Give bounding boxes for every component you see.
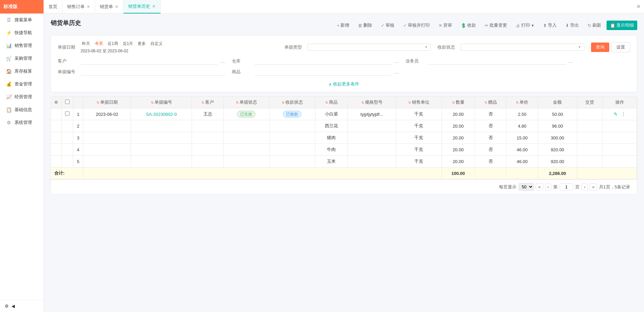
doc-type-select[interactable]: ▼ [307, 44, 431, 51]
col-trade: 交货 [577, 97, 603, 108]
date-yesterday[interactable]: 昨天 [81, 40, 91, 47]
sidebar-item-sales[interactable]: 📊 销售管理 [0, 39, 44, 52]
tab-sales-order-close[interactable]: ✕ [87, 4, 90, 9]
cell-action-1: ✎ ⋮ [603, 108, 637, 120]
date-range: 2023-06-02 至 2023-06-02 [81, 48, 164, 54]
sidebar-settings-btn[interactable]: ⚙ ◀ [0, 300, 44, 312]
cell-product-3: 猪肉 [315, 132, 348, 144]
col-paystatus[interactable]: ⇅收款状态 [269, 97, 315, 108]
query-button[interactable]: 查询 [591, 43, 609, 52]
cell-spec-5 [348, 156, 396, 167]
sidebar-item-quick-nav[interactable]: ⚡ 快捷导航 [0, 26, 44, 39]
tab-sales-history[interactable]: 销货单历史 ✕ [123, 0, 161, 14]
warehouse-dots[interactable]: ... [394, 58, 399, 64]
filter-collapse[interactable]: ∧ 收起更多条件 [58, 79, 630, 87]
col-check[interactable] [62, 97, 73, 108]
product-input[interactable] [255, 68, 392, 76]
show-detail-button[interactable]: 📋 显示明细 [607, 21, 637, 30]
col-docno[interactable]: ⇅单据编号 [131, 97, 192, 108]
sidebar-item-search[interactable]: ☰ 搜索菜单 [0, 14, 44, 26]
page-info: 每页显示 50 « ‹ 第 页 › » 共1页，5条记录 [499, 183, 630, 191]
next-page-btn[interactable]: › [582, 183, 588, 190]
table-row: 4 牛肉 千克 20.00 否 46.00 920.00 [51, 144, 637, 156]
cell-docno-1[interactable]: SA-20230602-0 [131, 108, 192, 120]
add-button[interactable]: + 新增 [334, 21, 353, 30]
abandon-button[interactable]: ✕ 弃审 [435, 21, 455, 30]
tab-sales-goods[interactable]: 销货单 ✕ [95, 0, 123, 14]
cell-qty-5: 20.00 [442, 156, 475, 167]
action-edit-1[interactable]: ✎ [614, 111, 618, 117]
customer-dots[interactable]: ... [220, 58, 225, 64]
last-page-btn[interactable]: » [590, 183, 597, 190]
salesperson-dots[interactable]: ... [568, 58, 573, 64]
date-last7[interactable]: 近1周 [106, 40, 119, 47]
col-unit[interactable]: ⇅销售单位 [396, 97, 442, 108]
date-options-row: 昨天 今天 近1周 近1月 更多 自定义 [81, 40, 164, 47]
date-lastmonth[interactable]: 近1月 [121, 40, 135, 47]
window-close-btn[interactable]: ✕ [636, 3, 641, 10]
settings-filter-button[interactable]: 设置 [611, 42, 630, 52]
cell-amount-2: 96.00 [538, 120, 577, 132]
col-date[interactable]: ⇅单据日期 [83, 97, 131, 108]
sidebar: 标准版 ☰ 搜索菜单 ⚡ 快捷导航 📊 销售管理 🛒 采购管理 🏠 库存核算 💰… [0, 0, 44, 312]
sidebar-item-ops[interactable]: 📈 经营管理 [0, 90, 44, 103]
col-qty[interactable]: ⇅数量 [442, 97, 475, 108]
date-more[interactable]: 更多 [136, 40, 147, 47]
import-button[interactable]: ⬆ 导入 [540, 21, 560, 30]
check-all[interactable] [65, 100, 69, 104]
cell-customer-5 [192, 156, 224, 167]
col-docstatus[interactable]: ⇅单据状态 [224, 97, 270, 108]
prev-page-btn[interactable]: ‹ [545, 183, 551, 190]
audit-button[interactable]: ✓ 审核 [377, 21, 398, 30]
docno-input[interactable] [81, 68, 225, 76]
page-number-input[interactable] [560, 183, 573, 190]
print-button[interactable]: 🖨 打印 ▼ [512, 21, 538, 30]
filter-row-3: 单据编号 商品 ... [58, 68, 630, 76]
tab-sales-order[interactable]: 销售订单 ✕ [62, 0, 95, 14]
col-customer[interactable]: ⇅客户 [192, 97, 224, 108]
col-spec-label: 规格型号 [365, 99, 383, 105]
payment-status-select[interactable]: ▼ [460, 44, 584, 51]
col-docno-icon: ⇅ [151, 101, 153, 104]
table-header: ⚙ ⇅单据日期 ⇅单据编号 ⇅客户 ⇅单据状态 ⇅收款状态 ⇅商品 ⇅规格型号 … [51, 97, 637, 108]
tab-home[interactable]: 首页 [44, 0, 62, 14]
col-gear[interactable]: ⚙ [51, 97, 62, 108]
col-product[interactable]: ⇅商品 [315, 97, 348, 108]
action-more-1[interactable]: ⋮ [621, 111, 626, 117]
col-unit-icon: ⇅ [408, 101, 411, 104]
customer-input[interactable] [81, 57, 218, 65]
docno-label: 单据编号 [58, 69, 78, 75]
salesperson-input[interactable] [428, 57, 565, 65]
per-page-select[interactable]: 50 [519, 183, 534, 191]
refresh-button[interactable]: ↻ 刷新 [584, 21, 605, 30]
total-label-cell: 合计: [51, 167, 83, 179]
fund-icon: 💰 [6, 81, 12, 87]
col-gift[interactable]: ⇅赠品 [475, 97, 506, 108]
col-amount: 金额 [538, 97, 577, 108]
date-today[interactable]: 今天 [93, 40, 104, 47]
tab-sales-goods-close[interactable]: ✕ [115, 4, 118, 9]
warehouse-input[interactable] [255, 57, 392, 65]
collect-button[interactable]: 💲 收款 [457, 21, 479, 30]
col-price[interactable]: ⇅单价 [506, 97, 538, 108]
audit-print-button[interactable]: ✓ 审核并打印 [400, 21, 433, 30]
first-page-btn[interactable]: « [536, 183, 543, 190]
sidebar-item-base[interactable]: 📋 基础信息 [0, 103, 44, 116]
sidebar-item-fund[interactable]: 💰 资金管理 [0, 78, 44, 90]
delete-button[interactable]: 🗑 删除 [355, 21, 375, 30]
col-gift-icon: ⇅ [484, 101, 487, 104]
sidebar-item-sys[interactable]: ⚙ 系统管理 [0, 116, 44, 129]
tab-sales-history-close[interactable]: ✕ [152, 4, 156, 9]
cell-check-1[interactable] [62, 108, 73, 120]
export-button[interactable]: ⬇ 导出 [562, 21, 582, 30]
sidebar-item-purchase[interactable]: 🛒 采购管理 [0, 52, 44, 65]
col-spec[interactable]: ⇅规格型号 [348, 97, 396, 108]
tab-sales-order-label: 销售订单 [67, 4, 85, 10]
audit-print-icon: ✓ [403, 23, 407, 28]
cell-rowno-2: 2 [73, 120, 83, 132]
product-dots[interactable]: ... [394, 69, 399, 75]
row-check-1[interactable] [65, 111, 69, 116]
sidebar-item-inventory[interactable]: 🏠 库存核算 [0, 65, 44, 78]
date-custom[interactable]: 自定义 [149, 40, 164, 47]
batch-change-button[interactable]: ✏ 批量变更 [481, 21, 510, 30]
